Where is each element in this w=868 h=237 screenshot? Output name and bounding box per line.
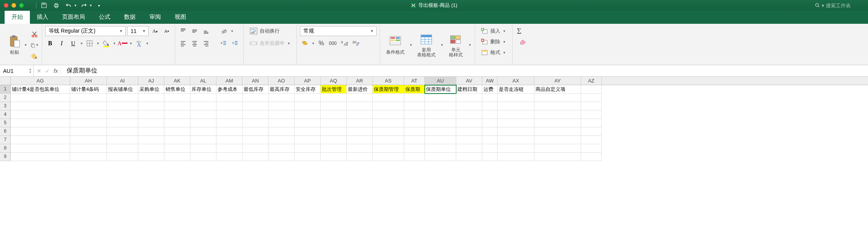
cell[interactable] bbox=[216, 144, 242, 153]
cell[interactable] bbox=[321, 144, 347, 153]
currency-button[interactable] bbox=[300, 38, 310, 48]
cell[interactable] bbox=[373, 127, 404, 136]
cell[interactable] bbox=[534, 94, 581, 102]
align-center-button[interactable] bbox=[190, 38, 200, 48]
cell[interactable] bbox=[404, 153, 425, 161]
row-header[interactable]: 2 bbox=[0, 94, 11, 102]
bold-button[interactable]: B bbox=[45, 38, 55, 48]
cell[interactable] bbox=[242, 110, 269, 119]
column-header[interactable]: AO bbox=[269, 77, 295, 85]
cell[interactable] bbox=[11, 127, 70, 136]
cell[interactable] bbox=[11, 136, 70, 144]
comma-button[interactable]: 000 bbox=[328, 38, 338, 48]
cell[interactable] bbox=[164, 144, 190, 153]
row-header[interactable]: 1 bbox=[0, 85, 11, 94]
paste-button[interactable]: 粘贴 bbox=[5, 26, 24, 64]
cell[interactable] bbox=[11, 153, 70, 161]
cell[interactable] bbox=[321, 127, 347, 136]
column-header[interactable]: AZ bbox=[581, 77, 602, 85]
cell[interactable] bbox=[581, 144, 602, 153]
cell[interactable] bbox=[425, 102, 456, 110]
cell[interactable] bbox=[190, 110, 216, 119]
cell[interactable] bbox=[581, 136, 602, 144]
cut-button[interactable] bbox=[30, 30, 39, 39]
cell[interactable]: 建档日期 bbox=[456, 85, 482, 94]
column-header[interactable]: AW bbox=[482, 77, 498, 85]
cell[interactable] bbox=[70, 144, 107, 153]
cell[interactable] bbox=[190, 94, 216, 102]
copy-button[interactable]: ▼ bbox=[30, 41, 39, 49]
cell[interactable] bbox=[70, 136, 107, 144]
cell[interactable]: 安全库存 bbox=[295, 85, 321, 94]
underline-button[interactable]: U bbox=[68, 38, 78, 48]
cell[interactable] bbox=[269, 127, 295, 136]
cell[interactable] bbox=[164, 94, 190, 102]
cell[interactable] bbox=[190, 136, 216, 144]
table-format-button[interactable]: 套用 表格格式 bbox=[414, 26, 439, 64]
cell[interactable] bbox=[138, 127, 164, 136]
cell[interactable] bbox=[581, 127, 602, 136]
qat-customize[interactable]: ▾ bbox=[94, 1, 105, 10]
cell[interactable] bbox=[482, 119, 498, 127]
cell[interactable] bbox=[70, 153, 107, 161]
cell[interactable] bbox=[138, 136, 164, 144]
number-format-combo[interactable]: 常规▼ bbox=[300, 26, 377, 36]
cell[interactable] bbox=[11, 110, 70, 119]
cell[interactable] bbox=[482, 110, 498, 119]
cell[interactable] bbox=[216, 102, 242, 110]
wrap-text-button[interactable]: abc 自动换行 bbox=[247, 26, 293, 36]
tab-view[interactable]: 视图 bbox=[168, 10, 193, 24]
cell[interactable] bbox=[321, 110, 347, 119]
cell[interactable] bbox=[456, 102, 482, 110]
cell[interactable] bbox=[373, 94, 404, 102]
cell[interactable]: 销售单位 bbox=[164, 85, 190, 94]
minimize-window-button[interactable] bbox=[11, 3, 16, 8]
cell[interactable] bbox=[321, 136, 347, 144]
tab-formulas[interactable]: 公式 bbox=[92, 10, 117, 24]
cell[interactable] bbox=[581, 110, 602, 119]
cell[interactable] bbox=[347, 144, 373, 153]
cell[interactable]: 报表辅单位 bbox=[107, 85, 138, 94]
align-right-button[interactable] bbox=[201, 38, 211, 48]
merge-center-button[interactable]: 合并后居中▼ bbox=[247, 38, 293, 48]
cell[interactable]: 采购单位 bbox=[138, 85, 164, 94]
column-header[interactable]: AJ bbox=[138, 77, 164, 85]
row-header[interactable]: 6 bbox=[0, 127, 11, 136]
cell[interactable] bbox=[164, 127, 190, 136]
cell[interactable] bbox=[11, 102, 70, 110]
clear-button[interactable] bbox=[516, 37, 532, 47]
cell[interactable] bbox=[70, 110, 107, 119]
font-size-combo[interactable]: 11▼ bbox=[127, 26, 149, 36]
cell[interactable] bbox=[404, 144, 425, 153]
cell[interactable] bbox=[269, 110, 295, 119]
column-header[interactable]: AN bbox=[242, 77, 269, 85]
redo-dropdown[interactable]: ▼ bbox=[89, 4, 92, 7]
cell[interactable] bbox=[138, 153, 164, 161]
row-header[interactable]: 9 bbox=[0, 153, 11, 161]
cell[interactable] bbox=[347, 110, 373, 119]
cell[interactable] bbox=[242, 144, 269, 153]
cell[interactable] bbox=[242, 102, 269, 110]
maximize-window-button[interactable] bbox=[19, 3, 24, 8]
cell[interactable] bbox=[404, 102, 425, 110]
cell[interactable]: 最高库存 bbox=[269, 85, 295, 94]
cell[interactable] bbox=[190, 144, 216, 153]
cell[interactable] bbox=[404, 110, 425, 119]
phonetic-dropdown[interactable]: ▼ bbox=[146, 42, 149, 45]
cell[interactable] bbox=[107, 127, 138, 136]
cell[interactable] bbox=[425, 94, 456, 102]
cell[interactable] bbox=[138, 94, 164, 102]
cell[interactable] bbox=[107, 144, 138, 153]
cell[interactable] bbox=[456, 153, 482, 161]
cell[interactable] bbox=[269, 102, 295, 110]
format-cells-button[interactable]: 格式▼ bbox=[478, 48, 509, 58]
cell[interactable] bbox=[321, 94, 347, 102]
font-color-dropdown[interactable]: ▼ bbox=[129, 42, 133, 45]
cell[interactable]: 最低库存 bbox=[242, 85, 269, 94]
cell[interactable] bbox=[321, 119, 347, 127]
column-header[interactable]: AR bbox=[347, 77, 373, 85]
cell[interactable] bbox=[456, 119, 482, 127]
cell[interactable] bbox=[425, 136, 456, 144]
cell[interactable]: 库存单位 bbox=[190, 85, 216, 94]
cell[interactable] bbox=[534, 119, 581, 127]
